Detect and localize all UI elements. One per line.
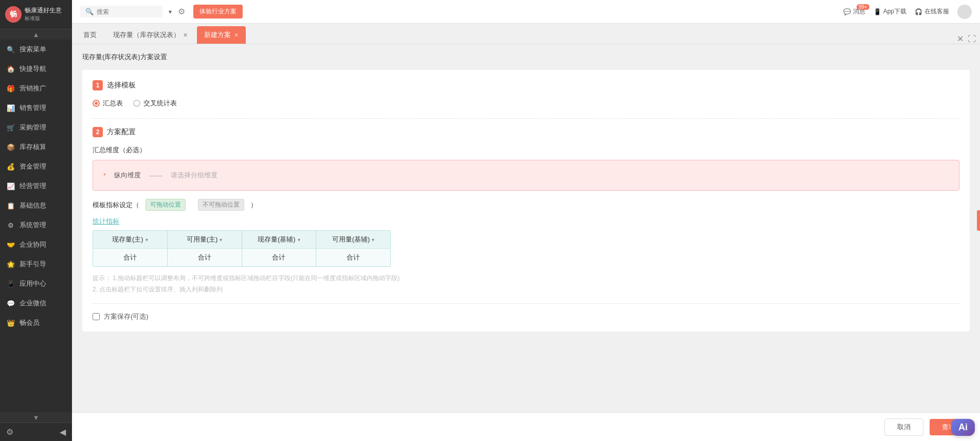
stats-col-1-header[interactable]: 现存量(主) ▾ bbox=[93, 231, 167, 249]
search-icon: 🔍 bbox=[6, 45, 15, 54]
stats-col-1: 现存量(主) ▾ 合计 bbox=[93, 231, 168, 266]
section2-title: 方案配置 bbox=[107, 127, 136, 137]
guide-icon: 🌟 bbox=[6, 260, 15, 269]
sidebar-item-enterprise[interactable]: 🤝 企业协同 bbox=[0, 235, 72, 254]
sidebar-item-system[interactable]: ⚙ 系统管理 bbox=[0, 215, 72, 235]
ops-icon: 📈 bbox=[6, 181, 15, 191]
save-option: 方案保存(可选) bbox=[93, 312, 959, 321]
col4-chevron[interactable]: ▾ bbox=[372, 237, 374, 243]
section1-title: 选择模板 bbox=[107, 81, 136, 90]
page-content: 现存量(库存状况表)方案设置 1 选择模板 汇总表 交叉统计表 bbox=[72, 44, 980, 441]
sidebar-item-guide[interactable]: 🌟 新手引导 bbox=[0, 254, 72, 274]
enterprise-icon: 🤝 bbox=[6, 240, 15, 249]
collapse-icon[interactable]: ◀ bbox=[60, 427, 66, 437]
settings-icon[interactable]: ⚙ bbox=[6, 427, 13, 437]
tab-new-plan[interactable]: 新建方案 ✕ bbox=[197, 26, 246, 44]
col2-chevron[interactable]: ▾ bbox=[220, 237, 222, 243]
service-icon: 🎧 bbox=[915, 8, 922, 15]
customer-service-button[interactable]: 🎧 在线客服 bbox=[915, 7, 949, 16]
sidebar-item-operations[interactable]: 📈 经营管理 bbox=[0, 176, 72, 196]
radio-crosstab[interactable]: 交叉统计表 bbox=[133, 99, 177, 108]
expand-icon[interactable]: ⛶ bbox=[968, 34, 976, 44]
try-industry-button[interactable]: 体验行业方案 bbox=[193, 5, 243, 19]
member-icon: 👑 bbox=[6, 318, 15, 327]
message-button[interactable]: 💬 消息 99+ bbox=[843, 7, 865, 16]
app-logo: 畅 畅康通好生意 标准版 bbox=[0, 0, 72, 29]
sidebar-item-nav[interactable]: 🏠 快捷导航 bbox=[0, 59, 72, 79]
sidebar-item-inventory[interactable]: 📦 库存核算 bbox=[0, 137, 72, 157]
section2-number: 2 bbox=[93, 127, 103, 137]
indicator-settings: 模板指标设定（ 可拖动位置 不可拖动位置 ） bbox=[93, 199, 959, 211]
close-panel-icon[interactable]: ✕ bbox=[957, 34, 964, 44]
section-divider bbox=[93, 118, 959, 119]
home-icon: 🏠 bbox=[6, 64, 15, 74]
stats-col-1-cell: 合计 bbox=[93, 249, 167, 266]
money-icon: 💰 bbox=[6, 162, 15, 171]
tab-inventory-close[interactable]: ✕ bbox=[183, 32, 188, 39]
sidebar-item-marketing[interactable]: 🎁 营销推广 bbox=[0, 79, 72, 98]
tab-new-close[interactable]: ✕ bbox=[234, 32, 239, 39]
main-area: 🔍 ▾ ⚙ 体验行业方案 💬 消息 99+ 📱 App下载 🎧 在线客服 bbox=[72, 0, 980, 441]
sidebar-item-sales[interactable]: 📊 销售管理 bbox=[0, 98, 72, 118]
sidebar-scroll-down[interactable]: ▼ bbox=[0, 412, 72, 422]
right-handle[interactable] bbox=[977, 210, 980, 231]
dimension-placeholder[interactable]: 请选择分组维度 bbox=[171, 171, 217, 180]
topbar: 🔍 ▾ ⚙ 体验行业方案 💬 消息 99+ 📱 App下载 🎧 在线客服 bbox=[72, 0, 980, 24]
dimension-row: * 纵向维度 —— 请选择分组维度 bbox=[103, 171, 217, 180]
message-icon: 💬 bbox=[843, 8, 851, 15]
stats-col-2-cell: 合计 bbox=[168, 249, 242, 266]
sidebar-item-finance[interactable]: 💰 资金管理 bbox=[0, 157, 72, 176]
dimension-label: 汇总维度（必选） bbox=[93, 145, 959, 155]
indicator-fixed-tag: 不可拖动位置 bbox=[198, 199, 244, 211]
tab-inventory[interactable]: 现存量（库存状况表） ✕ bbox=[106, 26, 195, 44]
stats-col-3-header[interactable]: 现存量(基辅) ▾ bbox=[242, 231, 316, 249]
sidebar-item-base-info[interactable]: 📋 基础信息 bbox=[0, 196, 72, 215]
sidebar-item-search[interactable]: 🔍 搜索菜单 bbox=[0, 40, 72, 59]
sidebar: 畅 畅康通好生意 标准版 ▲ 🔍 搜索菜单 🏠 快捷导航 🎁 营销推广 📊 销售… bbox=[0, 0, 72, 441]
stats-col-2: 可用量(主) ▾ 合计 bbox=[168, 231, 242, 266]
stats-col-2-header[interactable]: 可用量(主) ▾ bbox=[168, 231, 242, 249]
search-input[interactable] bbox=[97, 8, 157, 15]
search-icon: 🔍 bbox=[85, 8, 94, 15]
topbar-dropdown[interactable]: ▾ bbox=[169, 8, 172, 15]
tab-home[interactable]: 首页 bbox=[76, 26, 104, 44]
app-download-button[interactable]: 📱 App下载 bbox=[874, 7, 906, 16]
stats-table: 现存量(主) ▾ 合计 可用量(主) ▾ 合计 bbox=[93, 230, 391, 267]
col1-chevron[interactable]: ▾ bbox=[146, 237, 148, 243]
stats-label: 统计指标 bbox=[93, 217, 959, 226]
radio-summary-circle bbox=[93, 100, 100, 107]
template-options: 汇总表 交叉统计表 bbox=[93, 99, 959, 108]
indicator-draggable-tag: 可拖动位置 bbox=[146, 199, 186, 211]
sidebar-item-purchase[interactable]: 🛒 采购管理 bbox=[0, 118, 72, 137]
sidebar-item-wechat[interactable]: 💬 企业微信 bbox=[0, 293, 72, 313]
radio-summary[interactable]: 汇总表 bbox=[93, 99, 123, 108]
indicator-settings-label: 模板指标设定（ bbox=[93, 200, 139, 210]
ai-badge[interactable]: Ai bbox=[951, 419, 975, 436]
gear-icon[interactable]: ⚙ bbox=[178, 7, 185, 16]
tabbar-right: ✕ ⛶ bbox=[957, 34, 980, 44]
section2-header: 2 方案配置 bbox=[93, 127, 959, 137]
sidebar-scroll-up[interactable]: ▲ bbox=[0, 29, 72, 40]
stats-col-3: 现存量(基辅) ▾ 合计 bbox=[242, 231, 317, 266]
download-icon: 📱 bbox=[874, 8, 881, 15]
user-avatar[interactable] bbox=[957, 5, 972, 19]
sidebar-item-app-center[interactable]: 📱 应用中心 bbox=[0, 274, 72, 293]
stats-section: 统计指标 现存量(主) ▾ 合计 可用量(主) ▾ bbox=[93, 217, 959, 267]
bottom-bar: 取消 查询 bbox=[72, 412, 980, 441]
tip-1: 提示： 1.拖动标题栏可以调整布局，不可跨维度或指标区域拖动栏目字段(只能在同一… bbox=[93, 273, 959, 284]
sidebar-item-member[interactable]: 👑 畅会员 bbox=[0, 313, 72, 333]
search-box[interactable]: 🔍 bbox=[80, 6, 162, 17]
col3-chevron[interactable]: ▾ bbox=[298, 237, 300, 243]
app-icon: 📱 bbox=[6, 279, 15, 288]
section1-number: 1 bbox=[93, 80, 103, 90]
tip-2: 2. 点击标题栏下拉可设置排序、插入列和删除列 bbox=[93, 284, 959, 296]
wechat-icon: 💬 bbox=[6, 299, 15, 308]
cancel-button[interactable]: 取消 bbox=[884, 418, 923, 436]
chart-icon: 📊 bbox=[6, 103, 15, 113]
logo-icon: 畅 bbox=[5, 6, 22, 23]
stats-col-4: 可用量(基辅) ▾ 合计 bbox=[316, 231, 390, 266]
stats-col-4-header[interactable]: 可用量(基辅) ▾ bbox=[316, 231, 390, 249]
config-panel: 1 选择模板 汇总表 交叉统计表 2 方案配置 bbox=[82, 70, 970, 332]
stats-col-3-cell: 合计 bbox=[242, 249, 316, 266]
save-checkbox[interactable] bbox=[93, 313, 100, 320]
